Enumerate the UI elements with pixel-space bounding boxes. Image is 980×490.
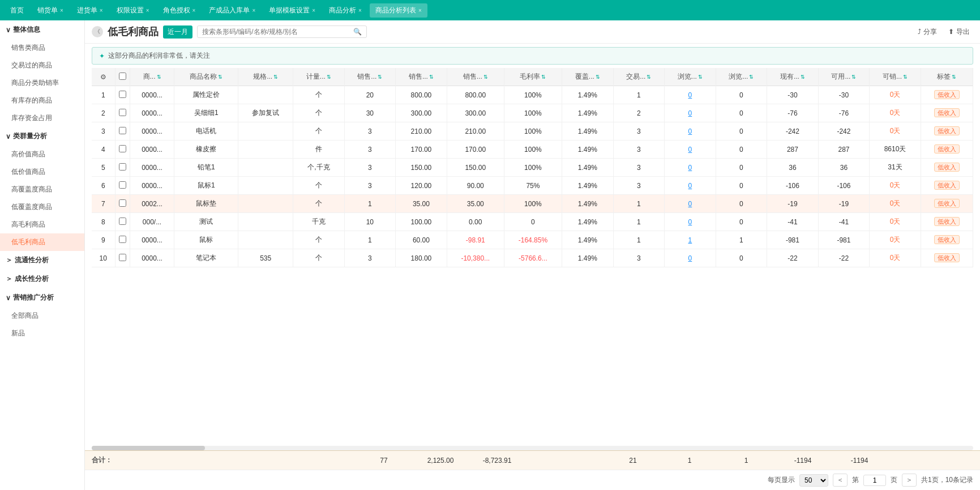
sidebar-item-all-products[interactable]: 全部商品 <box>0 307 84 325</box>
nav-template-settings[interactable]: 单据模板设置 × <box>263 3 321 18</box>
cell-browse1: 0 <box>665 86 716 104</box>
cell-spec <box>238 213 293 231</box>
browse1-link[interactable]: 0 <box>688 146 692 154</box>
nav-sales-order-close[interactable]: × <box>60 7 63 14</box>
cell-checkbox[interactable] <box>115 104 130 122</box>
sidebar-item-low-margin[interactable]: 低毛利商品 <box>0 233 84 251</box>
nav-product-analysis[interactable]: 商品分析 × <box>323 3 367 18</box>
cell-gross-rate: 75% <box>504 177 562 195</box>
sidebar-group-marketing[interactable]: ∨ 营销推广分析 <box>0 288 84 307</box>
col-settings[interactable]: ⚙ <box>92 68 115 86</box>
cell-checkbox[interactable] <box>115 177 130 195</box>
browse1-link[interactable]: 0 <box>688 200 692 208</box>
sidebar-item-sales-products[interactable]: 销售类商品 <box>0 39 84 57</box>
cell-unit: 千克 <box>293 213 345 231</box>
sidebar-item-new-products[interactable]: 新品 <box>0 325 84 342</box>
cell-browse2: 1 <box>716 231 767 249</box>
browse1-link[interactable]: 1 <box>688 236 692 244</box>
row-checkbox[interactable] <box>119 127 126 134</box>
row-checkbox[interactable] <box>119 254 126 261</box>
row-checkbox[interactable] <box>119 181 126 189</box>
prev-page-btn[interactable]: ＜ <box>833 474 848 487</box>
cell-available: -22 <box>818 249 870 267</box>
search-icon[interactable]: 🔍 <box>353 28 362 36</box>
sidebar-item-high-value[interactable]: 高价值商品 <box>0 146 84 163</box>
browse1-link[interactable]: 0 <box>688 127 692 135</box>
sidebar-group-growth[interactable]: ＞ 成长性分析 <box>0 270 84 288</box>
row-checkbox[interactable] <box>119 91 126 98</box>
filter-recent-month-btn[interactable]: 近一月 <box>163 25 192 39</box>
nav-role-auth[interactable]: 角色授权 × <box>157 3 202 18</box>
cell-checkbox[interactable] <box>115 249 130 267</box>
sidebar-group-overall[interactable]: ∨ 整体信息 <box>0 20 84 39</box>
sidebar-item-high-coverage[interactable]: 高覆盖度商品 <box>0 181 84 198</box>
export-btn[interactable]: ⬆ 导出 <box>945 25 973 39</box>
row-checkbox[interactable] <box>119 163 126 171</box>
sidebar-item-in-stock[interactable]: 有库存的商品 <box>0 92 84 109</box>
nav-product-analysis-close[interactable]: × <box>358 7 362 14</box>
tag-badge: 低收入 <box>934 163 960 172</box>
page-number-input[interactable] <box>863 475 886 486</box>
cell-checkbox[interactable] <box>115 231 130 249</box>
search-input[interactable] <box>202 28 351 36</box>
sidebar-group-cluster[interactable]: ∨ 类群量分析 <box>0 127 84 146</box>
horizontal-scrollbar[interactable] <box>92 446 973 450</box>
cell-name: 鼠标垫 <box>174 195 238 213</box>
row-checkbox[interactable] <box>119 199 126 207</box>
browse1-link[interactable]: 0 <box>688 109 692 117</box>
col-browse1: 浏览...⇅ <box>665 68 716 86</box>
nav-template-settings-close[interactable]: × <box>312 7 315 14</box>
browse1-link[interactable]: 0 <box>688 164 692 172</box>
select-all-checkbox[interactable] <box>119 73 126 80</box>
cell-spec <box>238 195 293 213</box>
nav-product-analysis-list[interactable]: 商品分析列表 × <box>370 3 427 18</box>
row-checkbox[interactable] <box>119 236 126 243</box>
nav-purchase-order[interactable]: 进货单 × <box>71 3 109 18</box>
nav-product-analysis-list-close[interactable]: × <box>418 7 422 14</box>
nav-permissions-close[interactable]: × <box>146 7 149 14</box>
cell-sales-qty: 10 <box>344 213 396 231</box>
nav-purchase-order-close[interactable]: × <box>100 7 103 14</box>
share-btn[interactable]: ⤴ 分享 <box>914 25 940 39</box>
cell-saleable: 0天 <box>870 249 921 267</box>
sidebar-item-low-value[interactable]: 低价值商品 <box>0 163 84 181</box>
scroll-thumb[interactable] <box>92 446 205 450</box>
cell-checkbox[interactable] <box>115 159 130 177</box>
col-spec: 规格...⇅ <box>238 68 293 86</box>
row-checkbox[interactable] <box>119 218 126 225</box>
sidebar-group-flow[interactable]: ＞ 流通性分析 <box>0 251 84 270</box>
sidebar-item-traded-products[interactable]: 交易过的商品 <box>0 57 84 74</box>
nav-permissions[interactable]: 权限设置 × <box>111 3 155 18</box>
per-page-select[interactable]: 50 100 200 <box>799 474 828 487</box>
nav-role-auth-close[interactable]: × <box>192 7 196 14</box>
col-gross-rate: 毛利率⇅ <box>504 68 562 86</box>
browse1-link[interactable]: 0 <box>688 218 692 226</box>
cell-checkbox[interactable] <box>115 122 130 140</box>
sidebar-item-high-margin[interactable]: 高毛利商品 <box>0 216 84 233</box>
cell-browse1: 1 <box>665 231 716 249</box>
row-checkbox[interactable] <box>119 109 126 116</box>
sidebar-item-capital[interactable]: 库存资金占用 <box>0 109 84 127</box>
sidebar-item-category-rate[interactable]: 商品分类助销率 <box>0 74 84 92</box>
row-checkbox[interactable] <box>119 145 126 152</box>
col-saleable: 可销...⇅ <box>870 68 921 86</box>
next-page-btn[interactable]: ＞ <box>902 474 917 487</box>
cell-sales-price: 180.00 <box>396 249 447 267</box>
nav-product-warehousing-close[interactable]: × <box>252 7 255 14</box>
cell-unit: 个 <box>293 231 345 249</box>
browse1-link[interactable]: 0 <box>688 254 692 262</box>
sidebar-collapse-btn[interactable]: 《 <box>92 26 103 37</box>
cell-checkbox[interactable] <box>115 86 130 104</box>
totals-label: 合计： <box>92 455 112 465</box>
cell-checkbox[interactable] <box>115 213 130 231</box>
browse1-link[interactable]: 0 <box>688 91 692 99</box>
cell-checkbox[interactable] <box>115 195 130 213</box>
table-header-row: ⚙ 商...⇅ 商品名称⇅ 规格...⇅ 计量...⇅ 销售...⇅ 销售...… <box>92 68 973 86</box>
sidebar-item-low-coverage[interactable]: 低覆盖度商品 <box>0 198 84 216</box>
cell-checkbox[interactable] <box>115 140 130 159</box>
browse1-link[interactable]: 0 <box>688 182 692 190</box>
nav-sales-order[interactable]: 销货单 × <box>32 3 69 18</box>
cell-code: 0000... <box>130 159 174 177</box>
nav-home[interactable]: 首页 <box>5 3 29 18</box>
nav-product-warehousing[interactable]: 产成品入库单 × <box>203 3 261 18</box>
